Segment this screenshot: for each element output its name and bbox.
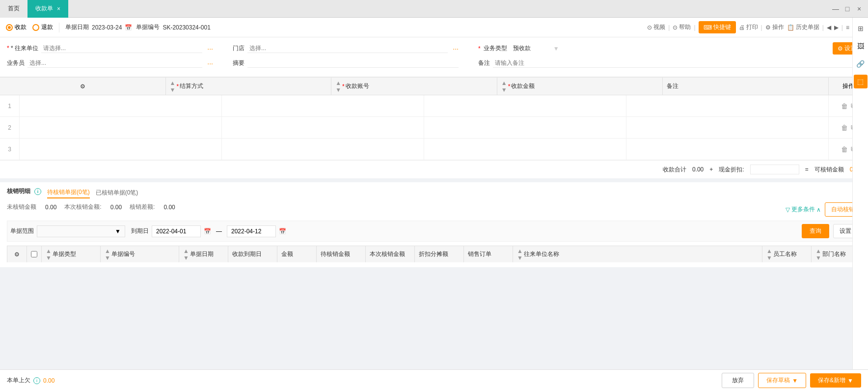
th-amount-label: 收款金额 xyxy=(511,82,535,90)
partner-more-icon[interactable]: ··· xyxy=(207,45,213,53)
partner-input[interactable] xyxy=(41,44,202,53)
radio-tuikuan-label: 退款 xyxy=(41,23,53,31)
minimize-button[interactable]: — xyxy=(831,4,841,14)
toolbar: 收款 退款 单据日期 2023-03-24 📅 单据编号 SK-20230324… xyxy=(0,18,868,37)
bottom-label: 本单上欠 xyxy=(7,376,30,385)
summary-input[interactable] xyxy=(247,58,459,68)
th-remarks-label: 备注 xyxy=(667,82,678,90)
delete-icon-1[interactable]: 🗑 xyxy=(841,102,848,110)
discount-input[interactable] xyxy=(750,165,799,174)
remark-input[interactable] xyxy=(493,58,861,68)
recon-table-header: ⚙ ▲▼ 单据类型 ▲▼ 单据编号 ▲▼ 单据日期 收款到期日 xyxy=(7,246,861,262)
section-separator xyxy=(0,178,868,182)
radio-shoukuan[interactable]: 收款 xyxy=(6,23,27,31)
rth-order: 销售订单 xyxy=(464,246,513,262)
draft-button[interactable]: 保存草稿 ▼ xyxy=(758,373,806,388)
radio-dot-shoukuan xyxy=(6,24,13,31)
maximize-button[interactable]: □ xyxy=(842,4,852,14)
staff-more-icon[interactable]: ··· xyxy=(207,59,213,67)
sidebar-screen-icon[interactable]: ⬚ xyxy=(854,75,868,88)
td-settlement-1 xyxy=(20,95,222,116)
btn-actions-label: 操作 xyxy=(772,23,784,31)
sidebar-image-icon[interactable]: 🖼 xyxy=(854,39,868,53)
rth-partner-label: 往来单位名称 xyxy=(524,250,559,258)
td-remarks-2 xyxy=(626,117,829,138)
table-header: ⚙ ▲▼ * 结算方式 ▲▼ * 收款账号 ▲▼ * 收款金额 xyxy=(0,78,868,95)
range-filter: 单据范围 ▼ xyxy=(10,225,125,237)
rth-settings[interactable]: ⚙ xyxy=(7,246,27,262)
biz-type-dropdown-icon[interactable]: ▼ xyxy=(553,45,559,52)
bottom-left: 本单上欠 i 0.00 xyxy=(7,376,54,385)
number-value: SK-20230324-001 xyxy=(163,24,210,31)
rth-type: ▲▼ 单据类型 xyxy=(42,246,101,262)
due-date-to[interactable] xyxy=(227,225,276,237)
rth-type-label: 单据类型 xyxy=(53,250,76,258)
print-icon: 🖨 xyxy=(739,24,745,31)
window-controls: — □ × xyxy=(831,4,868,14)
history-icon: 📋 xyxy=(787,24,794,31)
td-remarks-3 xyxy=(626,139,829,160)
help-icon: ⊙ xyxy=(673,24,678,31)
auto-recon-label: 自动核销 xyxy=(831,206,855,213)
more-conditions-btn[interactable]: ▽ 更多条件 ∧ xyxy=(786,205,821,214)
summary-row: 收款合计 0.00 + 现金折扣: = 可核销金额 0.00 xyxy=(0,160,868,178)
btn-shortcuts[interactable]: ⌨ 快捷键 xyxy=(699,21,736,33)
delete-icon-2[interactable]: 🗑 xyxy=(841,124,848,132)
range-dropdown[interactable]: ▼ xyxy=(37,225,125,237)
tab-close-icon[interactable]: × xyxy=(57,5,60,12)
info-circle-icon[interactable]: i xyxy=(33,377,40,384)
btn-list-view[interactable]: ≡ xyxy=(846,24,849,31)
sidebar-link-icon[interactable]: 🔗 xyxy=(854,57,868,71)
btn-actions[interactable]: ⚙ 操作 xyxy=(765,23,784,31)
discard-button[interactable]: 放弃 xyxy=(722,373,754,388)
calendar-to-icon[interactable]: 📅 xyxy=(279,228,286,235)
store-more-icon[interactable]: ··· xyxy=(453,45,459,53)
close-button[interactable]: × xyxy=(854,4,864,14)
rth-date: ▲▼ 单据日期 xyxy=(179,246,228,262)
btn-next[interactable]: ▶ xyxy=(834,24,839,31)
rth-staff: ▲▼ 员工名称 xyxy=(762,246,812,262)
delete-icon-3[interactable]: 🗑 xyxy=(841,145,848,153)
th-settlement-label: 结算方式 xyxy=(180,82,203,90)
form-area: * * 往来单位 ··· 门店 ··· * 业务类型 预收款 ▼ ⚙ 设置 业 xyxy=(0,37,868,77)
tab-pending[interactable]: 待核销单据(0笔) xyxy=(47,188,90,198)
store-label: 门店 xyxy=(233,44,244,53)
th-settings[interactable]: ⚙ xyxy=(0,78,166,95)
recon-info-icon[interactable]: i xyxy=(34,188,41,195)
recon-title-text: 核销明细 xyxy=(7,187,30,196)
sidebar-table-icon[interactable]: ⊞ xyxy=(854,22,868,35)
tab-shoukuan[interactable]: 收款单 × xyxy=(27,0,68,18)
radio-tuikuan[interactable]: 退款 xyxy=(32,23,53,31)
rth-order-label: 销售订单 xyxy=(468,250,491,258)
btn-history[interactable]: 📋 历史单据 xyxy=(787,23,819,31)
btn-video[interactable]: ⊙ 视频 xyxy=(647,23,665,31)
tab-home[interactable]: 首页 xyxy=(0,0,27,18)
select-all-checkbox[interactable] xyxy=(31,251,37,257)
biz-type-value: 预收款 xyxy=(513,44,531,53)
calendar-icon[interactable]: 📅 xyxy=(125,24,132,31)
btn-print[interactable]: 🖨 打印 xyxy=(739,23,758,31)
available-label: 可核销金额 xyxy=(814,166,844,174)
save-new-button[interactable]: 保存&新增 ▼ xyxy=(810,373,861,388)
date-value: 2023-03-24 xyxy=(92,24,122,31)
table-row: 1 🗑 ⧉ xyxy=(0,95,868,117)
td-row-num-2: 2 xyxy=(0,117,20,138)
calendar-from-icon[interactable]: 📅 xyxy=(204,228,211,235)
tab-done[interactable]: 已核销单据(0笔) xyxy=(96,189,138,198)
rth-pending: 待核销金额 xyxy=(317,246,366,262)
save-new-dropdown-icon[interactable]: ▼ xyxy=(847,377,853,384)
btn-video-label: 视频 xyxy=(653,23,665,31)
rth-pending-label: 待核销金额 xyxy=(321,250,350,258)
staff-label: 业务员 xyxy=(7,59,25,67)
staff-input[interactable] xyxy=(27,58,202,68)
btn-help[interactable]: ⊙ 帮助 xyxy=(673,23,691,31)
bottom-bar: 本单上欠 i 0.00 放弃 保存草稿 ▼ 保存&新增 ▼ xyxy=(0,369,868,391)
btn-prev[interactable]: ◀ xyxy=(827,24,831,31)
number-field: 单据编号 SK-20230324-001 xyxy=(136,23,210,31)
draft-dropdown-icon[interactable]: ▼ xyxy=(792,377,798,384)
query-button[interactable]: 查询 xyxy=(802,224,829,238)
toolbar-right: ⊙ 视频 | ⊙ 帮助 | ⌨ 快捷键 🖨 打印 | ⚙ 操作 📋 历史单据 |… xyxy=(647,21,862,33)
rth-this: 本次核销金额 xyxy=(366,246,415,262)
store-input[interactable] xyxy=(247,44,448,53)
due-date-from[interactable] xyxy=(152,225,201,237)
